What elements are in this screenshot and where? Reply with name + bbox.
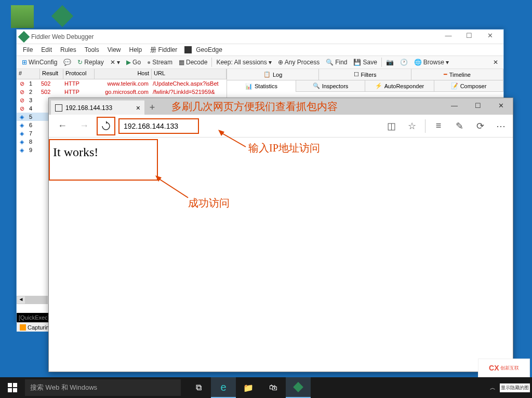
forward-button[interactable]: → <box>75 117 94 135</box>
fiddler-toolbar: ⊞WinConfig 💬 ↻Replay ✕ ▾ ▶Go ●Stream ▦De… <box>17 56 503 69</box>
edge-tab-active[interactable]: 192.168.144.133 × <box>51 100 144 115</box>
edge-window: 192.168.144.133 × + — ☐ ✕ ← → 192.168.14… <box>48 98 513 372</box>
rt-filters[interactable]: ☐Filters <box>319 69 411 80</box>
tb-save[interactable]: 💾Save <box>350 59 380 66</box>
edge-close[interactable]: ✕ <box>489 98 513 113</box>
tb-replay[interactable]: ↻Replay <box>74 59 107 66</box>
tb-clock[interactable]: 🕐 <box>397 59 411 66</box>
webnote-icon[interactable]: ✎ <box>451 118 467 134</box>
tray-chevron[interactable]: ︿ <box>488 384 498 392</box>
col-header-protocol[interactable]: Protocol <box>63 69 95 79</box>
desktop-icon-user[interactable] <box>9 5 35 28</box>
sessions-hscroll[interactable]: ◄ <box>17 296 48 304</box>
maximize-button[interactable]: ☐ <box>459 32 480 42</box>
reading-view-icon[interactable]: ◫ <box>383 118 399 134</box>
taskbar: 搜索 Web 和 Windows ⧉ e 📁 🛍 ︿ 显示隐藏的图 <box>0 377 532 398</box>
taskbar-search[interactable]: 搜索 Web 和 Windows <box>25 379 181 396</box>
col-header-url[interactable]: URL <box>152 69 227 79</box>
tb-browse[interactable]: 🌐Browse ▾ <box>411 59 452 66</box>
page-text: It works! <box>53 145 154 159</box>
tab-close-icon[interactable]: × <box>136 104 140 112</box>
menu-help[interactable]: Help <box>125 45 147 54</box>
favorite-icon[interactable]: ☆ <box>404 118 420 134</box>
tb-decode[interactable]: ▦Decode <box>176 59 210 66</box>
menu-file[interactable]: File <box>19 45 37 54</box>
right-tabs: 📊Statistics 🔍Inspectors ⚡AutoResponder 📝… <box>227 80 503 92</box>
address-bar[interactable]: 192.168.144.133 <box>118 118 199 134</box>
tab-statistics[interactable]: 📊Statistics <box>227 80 296 92</box>
taskbar-fiddler[interactable] <box>286 377 311 398</box>
page-icon <box>55 104 62 112</box>
fiddler-title: Fiddler Web Debugger <box>31 33 438 40</box>
col-header-host[interactable]: Host <box>95 69 152 79</box>
sessions-header: # Result Protocol Host URL <box>17 69 227 79</box>
right-toolbar: 📋Log ☐Filters ━Timeline <box>227 69 503 80</box>
refresh-button[interactable] <box>97 117 115 135</box>
tb-anyprocess[interactable]: ⊕Any Process <box>275 59 323 66</box>
tab-autoresponder[interactable]: ⚡AutoResponder <box>365 80 434 92</box>
tb-find[interactable]: 🔍Find <box>323 59 350 66</box>
fiddler-menubar: File Edit Rules Tools View Help 册 Fiddle… <box>17 44 503 56</box>
taskbar-store[interactable]: 🛍 <box>261 377 286 398</box>
system-tray: ︿ 显示隐藏的图 <box>486 377 532 398</box>
taskbar-explorer[interactable]: 📁 <box>236 377 261 398</box>
tb-comment[interactable]: 💬 <box>60 59 74 66</box>
hub-icon[interactable]: ≡ <box>431 118 446 134</box>
share-icon[interactable]: ⟳ <box>472 118 488 134</box>
tab-title: 192.168.144.133 <box>65 104 112 112</box>
start-button[interactable] <box>0 377 25 398</box>
tb-keep[interactable]: Keep: All sessions ▾ <box>213 59 274 66</box>
rt-timeline[interactable]: ━Timeline <box>411 69 503 80</box>
content-highlight-box: It works! <box>49 139 158 181</box>
tab-composer[interactable]: 📝Composer <box>434 80 503 92</box>
col-header-num[interactable]: # <box>17 69 40 79</box>
new-tab-button[interactable]: + <box>144 100 160 115</box>
rt-log[interactable]: 📋Log <box>227 69 319 80</box>
menu-fiddler[interactable]: 册 Fiddler <box>146 45 181 56</box>
task-view-icon[interactable]: ⧉ <box>186 377 211 398</box>
menu-edit[interactable]: Edit <box>37 45 56 54</box>
menu-geoedge[interactable]: GeoEdge <box>192 45 227 54</box>
windows-logo-icon <box>8 383 17 392</box>
col-header-result[interactable]: Result <box>40 69 63 79</box>
fiddler-titlebar: Fiddler Web Debugger — ☐ ✕ <box>17 30 503 44</box>
tb-stream[interactable]: ●Stream <box>144 59 176 66</box>
back-button[interactable]: ← <box>53 117 72 135</box>
more-icon[interactable]: ⋯ <box>493 118 509 134</box>
tb-close-tools[interactable]: ✕ <box>490 59 501 66</box>
tb-remove[interactable]: ✕ ▾ <box>107 59 123 66</box>
geoedge-icon <box>184 46 192 53</box>
tab-inspectors[interactable]: 🔍Inspectors <box>296 80 365 92</box>
close-button[interactable]: ✕ <box>480 32 500 42</box>
tb-go[interactable]: ▶Go <box>123 59 144 66</box>
taskbar-edge[interactable]: e <box>211 377 236 398</box>
edge-toolbar: ← → 192.168.144.133 ◫ ☆ ≡ ✎ ⟳ ⋯ <box>49 115 513 138</box>
fiddler-app-icon <box>18 31 30 43</box>
menu-rules[interactable]: Rules <box>56 45 81 54</box>
session-row[interactable]: ⊘2502HTTPgo.microsoft.com/fwlink/?LinkId… <box>17 88 227 96</box>
edge-minimize[interactable]: — <box>443 98 466 113</box>
refresh-icon <box>101 121 111 131</box>
tb-camera[interactable]: 📷 <box>383 59 397 66</box>
session-row[interactable]: ⊘1502HTTPwww.telerik.com/UpdateCheck.asp… <box>17 79 227 88</box>
watermark: CX 创新互联 <box>478 359 530 377</box>
desktop-icon-fiddler[interactable] <box>49 5 75 31</box>
menu-tools[interactable]: Tools <box>81 45 103 54</box>
edge-maximize[interactable]: ☐ <box>466 98 489 113</box>
menu-view[interactable]: View <box>103 45 125 54</box>
minimize-button[interactable]: — <box>438 32 459 42</box>
tray-lang[interactable]: 显示隐藏的图 <box>500 383 530 392</box>
tb-winconfig[interactable]: ⊞WinConfig <box>19 59 60 66</box>
edge-content: It works! <box>49 138 513 372</box>
edge-tabstrip: 192.168.144.133 × + — ☐ ✕ <box>49 98 513 115</box>
